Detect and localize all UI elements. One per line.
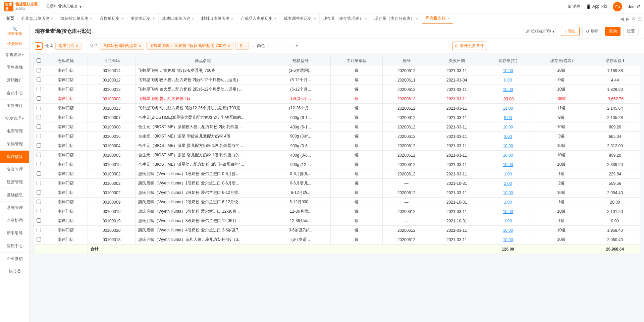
- sidebar-item-guide[interactable]: 新手引导: [0, 227, 29, 240]
- tab-9[interactable]: 现存量（库存状况表） ✕: [320, 13, 371, 24]
- tab-3-close[interactable]: ✕: [121, 17, 124, 20]
- tab-4[interactable]: 要货单历史 ✕: [127, 13, 159, 24]
- cell-qty-main[interactable]: 9.00: [483, 113, 533, 122]
- sidebar-item-wechat[interactable]: 企业微信: [0, 253, 29, 265]
- warehouse-tag-remove[interactable]: ✕: [76, 44, 78, 48]
- tab-5[interactable]: 其他出库单历史 ✕: [159, 13, 198, 24]
- product-tag-0[interactable]: 飞鹤奶粉3段两提装 ✕: [100, 42, 144, 50]
- sidebar-item-system[interactable]: 系统管理: [0, 202, 29, 214]
- cell-qty-main[interactable]: 2.00: [483, 179, 533, 188]
- workspace-selector[interactable]: 母婴行业演示账套 ▾: [43, 3, 85, 10]
- cell-qty-main[interactable]: 10.00: [483, 85, 533, 94]
- tab-3[interactable]: 调拨单历史 ✕: [96, 13, 127, 24]
- avatar[interactable]: Ea: [613, 2, 622, 11]
- cell-check[interactable]: [34, 235, 44, 245]
- cell-qty-main[interactable]: 1.00: [483, 169, 533, 179]
- cell-qty-main[interactable]: 0.00: [483, 75, 533, 85]
- cell-qty-main[interactable]: 3.00: [483, 132, 533, 141]
- cell-check[interactable]: [34, 94, 44, 104]
- cell-qty-main[interactable]: -39.00: [483, 94, 533, 104]
- sidebar-item-retail-mgmt[interactable]: 零售管理 ▾: [0, 49, 29, 61]
- query-button[interactable]: 查询: [605, 27, 621, 36]
- cell-qty-main[interactable]: 10.00: [483, 151, 533, 160]
- cell-check[interactable]: [34, 113, 44, 122]
- cell-qty-main[interactable]: 1.00: [483, 216, 533, 226]
- tab-8[interactable]: 成本调整单历史 ✕: [280, 13, 320, 24]
- tab-9-close[interactable]: ✕: [365, 17, 367, 20]
- cell-check[interactable]: [34, 104, 44, 113]
- expand-more-conditions-button[interactable]: ⊞ 展开更多条件: [452, 42, 487, 50]
- cell-qty-main[interactable]: 10.00: [483, 207, 533, 216]
- tab-2-close[interactable]: ✕: [90, 17, 93, 20]
- tab-close-all-icon[interactable]: ✕: [631, 16, 636, 21]
- cell-check[interactable]: [34, 122, 44, 132]
- export-button[interactable]: ↑ 导出: [561, 27, 580, 36]
- cell-check[interactable]: [34, 169, 44, 179]
- cell-qty-main[interactable]: 10.00: [483, 226, 533, 235]
- product-more[interactable]: ···: [251, 44, 254, 48]
- app-download-button[interactable]: 📱 App下载: [586, 4, 607, 9]
- tab-next-icon[interactable]: ▶: [625, 16, 630, 21]
- warehouse-tag[interactable]: 南岸门店 ✕: [55, 42, 82, 50]
- tab-prev-icon[interactable]: ◀: [620, 16, 625, 21]
- tab-6-close[interactable]: ✕: [231, 17, 233, 20]
- cell-check[interactable]: [34, 179, 44, 188]
- print-button[interactable]: 🖨 按模板打印 ▾: [522, 27, 558, 36]
- color-filter-input[interactable]: [267, 45, 294, 47]
- sidebar-item-vip[interactable]: 畅会员: [0, 265, 29, 278]
- cell-check[interactable]: [34, 188, 44, 198]
- tab-7-close[interactable]: ✕: [274, 17, 277, 20]
- tab-1[interactable]: 分量盘点单历史 ✕: [18, 13, 57, 24]
- sidebar-item-enterprise[interactable]: 企业协同: [0, 214, 29, 227]
- cell-qty-main[interactable]: 11.00: [483, 104, 533, 113]
- sidebar-item-member[interactable]: 会员中心: [0, 87, 29, 100]
- tab-2[interactable]: 组装拆卸单历史 ✕: [57, 13, 96, 24]
- tab-1-close[interactable]: ✕: [51, 17, 53, 20]
- select-all-checkbox[interactable]: [37, 58, 41, 63]
- cell-qty-main[interactable]: 10.00: [483, 122, 533, 132]
- sidebar-search[interactable]: 🔍 搜索菜单: [0, 24, 29, 39]
- product-tag-0-remove[interactable]: ✕: [139, 44, 141, 48]
- cell-qty-main[interactable]: 10.00: [483, 66, 533, 75]
- product-tag-1[interactable]: 飞鹤星飞帆 儿童奶粉 4段(3-6岁适用) 700克 ✕: [146, 42, 233, 50]
- product-tag-more[interactable]: 飞...: [235, 42, 249, 50]
- sidebar-item-wholesale[interactable]: 批发管理 ▾: [0, 112, 29, 125]
- tab-more-icon[interactable]: ☰: [637, 16, 643, 21]
- cell-check[interactable]: [34, 132, 44, 141]
- sidebar-item-purchase[interactable]: 采购管理: [0, 138, 29, 151]
- cell-check[interactable]: [34, 160, 44, 169]
- tab-7[interactable]: 产成品入库单历史 ✕: [237, 13, 280, 24]
- tab-home[interactable]: 首页: [3, 13, 18, 24]
- col-check[interactable]: [34, 56, 44, 66]
- tab-10[interactable]: 现存量（库存分布表） ✕: [371, 13, 422, 24]
- cell-qty-main[interactable]: 10.00: [483, 141, 533, 151]
- cell-check[interactable]: [34, 85, 44, 94]
- cell-qty-main[interactable]: 10.00: [483, 188, 533, 198]
- cell-qty-main[interactable]: 1.00: [483, 198, 533, 207]
- sidebar-item-basic-info[interactable]: 基础信息: [0, 189, 29, 202]
- cell-check[interactable]: [34, 226, 44, 235]
- sidebar-item-apps[interactable]: 应用中心: [0, 240, 29, 253]
- tab-6[interactable]: 材料出库单历史 ✕: [198, 13, 237, 24]
- cell-qty-main[interactable]: 10.00: [483, 235, 533, 245]
- refresh-button[interactable]: ↺ 刷新: [582, 27, 602, 36]
- settings-button[interactable]: 设置: [623, 27, 639, 36]
- sidebar-quick-nav[interactable]: 快捷导航: [0, 39, 29, 49]
- cell-check[interactable]: [34, 151, 44, 160]
- cell-check[interactable]: [34, 216, 44, 226]
- sidebar-item-operations[interactable]: 经营管理: [0, 176, 29, 189]
- cell-qty-main[interactable]: 10.00: [483, 160, 533, 169]
- cell-check[interactable]: [34, 198, 44, 207]
- sidebar-item-marketing[interactable]: 营销推广: [0, 74, 29, 87]
- cell-check[interactable]: [34, 66, 44, 75]
- sidebar-item-inventory[interactable]: 库存核算: [0, 151, 29, 163]
- sidebar-item-retail-stats[interactable]: 零售统计: [0, 100, 29, 112]
- sidebar-item-finance[interactable]: 资金管理: [0, 163, 29, 176]
- filter-expand-icon[interactable]: ▶: [35, 42, 43, 50]
- message-button[interactable]: ✉ 消息: [568, 4, 581, 9]
- cell-check[interactable]: [34, 75, 44, 85]
- warehouse-more[interactable]: ···: [84, 44, 87, 48]
- product-tag-1-remove[interactable]: ✕: [228, 44, 230, 48]
- cell-check[interactable]: [34, 207, 44, 216]
- sidebar-item-retail-shop[interactable]: 零售商城: [0, 61, 29, 74]
